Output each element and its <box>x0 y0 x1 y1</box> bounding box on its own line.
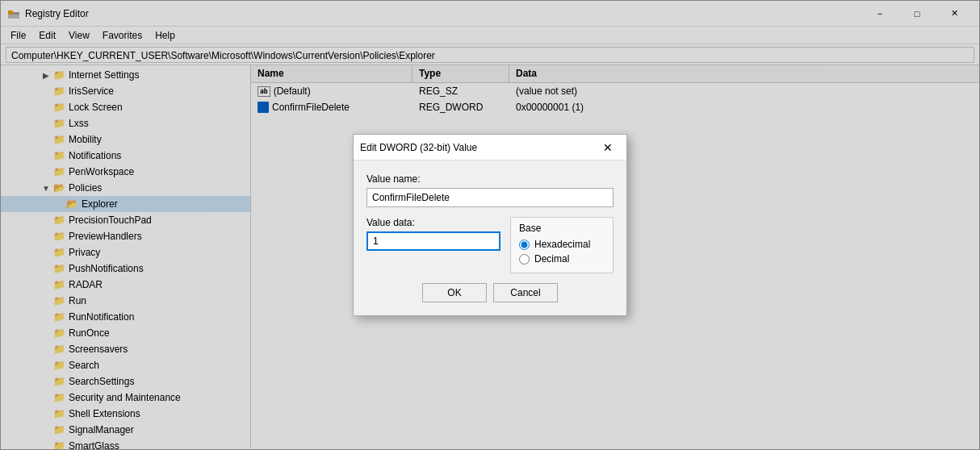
ok-button[interactable]: OK <box>422 283 487 302</box>
base-group: Base Hexadecimal Decimal <box>510 217 614 273</box>
cancel-button[interactable]: Cancel <box>493 283 558 302</box>
value-name-label: Value name: <box>366 173 614 185</box>
value-name-input[interactable] <box>366 188 614 207</box>
dec-label: Decimal <box>534 253 569 265</box>
dialog-title: Edit DWORD (32-bit) Value <box>360 142 596 153</box>
dialog-close-button[interactable]: ✕ <box>596 136 620 159</box>
hex-radio[interactable] <box>519 240 530 250</box>
modal-overlay: Edit DWORD (32-bit) Value ✕ Value name: … <box>0 0 980 450</box>
value-data-input[interactable] <box>366 231 500 251</box>
dialog-body: Value name: Value data: Base Hexadecimal… <box>354 160 626 315</box>
dialog-title-bar: Edit DWORD (32-bit) Value ✕ <box>354 135 626 160</box>
decimal-row[interactable]: Decimal <box>519 253 605 265</box>
value-data-row: Value data: Base Hexadecimal Decimal <box>366 217 614 273</box>
dec-radio[interactable] <box>519 254 530 265</box>
edit-dword-dialog: Edit DWORD (32-bit) Value ✕ Value name: … <box>353 134 627 316</box>
hexadecimal-row[interactable]: Hexadecimal <box>519 239 605 250</box>
value-data-label: Value data: <box>366 217 500 228</box>
base-label: Base <box>519 223 605 234</box>
hex-label: Hexadecimal <box>534 239 590 250</box>
dialog-buttons: OK Cancel <box>366 283 614 302</box>
